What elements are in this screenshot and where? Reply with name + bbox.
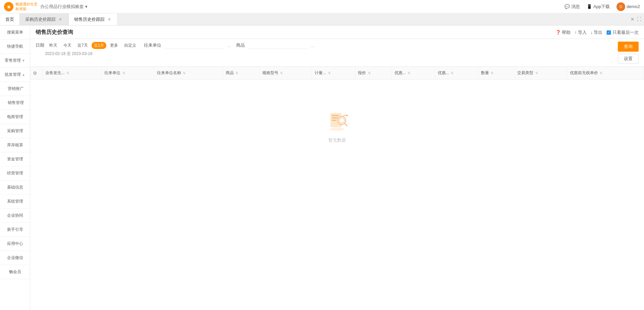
- product-filter-group: 商品 ...: [236, 42, 314, 49]
- col-date: 业务发生... ⇅: [42, 67, 102, 80]
- col-settings: ⚙: [30, 67, 42, 80]
- col-trade-type: 交易类型 ⇅: [515, 67, 567, 80]
- sort-icon-discount1[interactable]: ⇅: [408, 71, 410, 75]
- sidebar-item-basic-info[interactable]: 基础信息: [0, 180, 30, 195]
- dropdown-icon: ▾: [85, 4, 88, 9]
- product-ellipsis[interactable]: ...: [311, 43, 314, 48]
- partner-filter-group: 往来单位 ...: [144, 42, 231, 49]
- export-btn[interactable]: ↓ 导出: [591, 30, 603, 36]
- sort-icon-partner-code[interactable]: ⇅: [122, 71, 125, 75]
- search-button[interactable]: 查询: [618, 42, 639, 52]
- sort-icon-discount2[interactable]: ⇅: [451, 71, 453, 75]
- empty-illustration: [324, 106, 351, 133]
- logo-icon: 畅: [4, 2, 13, 11]
- date-btn-today[interactable]: 今天: [61, 42, 74, 49]
- col-quantity: 数量 ⇅: [478, 67, 515, 80]
- sidebar-label: 零售管理: [5, 58, 21, 63]
- date-btn-yesterday[interactable]: 昨天: [47, 42, 60, 49]
- date-btn-1month[interactable]: 近1月: [92, 42, 107, 49]
- app-title-area[interactable]: 办公用品行业模拟账套 ▾: [40, 4, 88, 10]
- sort-icon-quote[interactable]: ⇅: [368, 71, 371, 75]
- sidebar-label: 系统管理: [7, 199, 23, 204]
- sidebar-item-ecommerce[interactable]: 电商管理: [0, 110, 30, 124]
- sidebar-item-system[interactable]: 系统管理: [0, 195, 30, 209]
- col-partner-code: 往来单位 ⇅: [102, 67, 154, 80]
- col-unit: 计量... ⇅: [312, 67, 355, 80]
- import-btn[interactable]: ↑ 导入: [575, 30, 587, 36]
- partner-ellipsis[interactable]: ...: [227, 43, 231, 48]
- import-icon: ↑: [575, 30, 577, 35]
- sidebar-item-retail[interactable]: 零售管理 ▼: [0, 54, 30, 68]
- sidebar-label: 采购管理: [7, 128, 23, 134]
- sidebar-item-app-center[interactable]: 应用中心: [0, 237, 30, 251]
- download-icon: 📱: [587, 4, 592, 9]
- sort-icon-quantity[interactable]: ⇅: [491, 71, 493, 75]
- sidebar-label: 营销推广: [8, 86, 24, 92]
- message-btn[interactable]: 💬 消息: [565, 4, 580, 10]
- sidebar-item-search-menu[interactable]: 搜索菜单: [0, 25, 30, 40]
- product-label: 商品: [236, 42, 245, 48]
- main-layout: 搜索菜单 快捷导航 零售管理 ▼ 批发管理 ▲ 营销推广 销售管理 电商管理 采…: [0, 25, 644, 310]
- filter-buttons: 查询 设置: [618, 42, 639, 64]
- date-btn-7days[interactable]: 近7天: [75, 42, 90, 49]
- only-last-checkbox[interactable]: ✓: [606, 30, 611, 35]
- tab-bar: 首页 采购历史价跟踪 ✕ 销售历史价跟踪 ✕ ✕ ⛶: [0, 13, 644, 25]
- help-icon: ❓: [555, 30, 561, 35]
- tab-home[interactable]: 首页: [0, 13, 20, 25]
- sidebar-label: 畅会员: [9, 269, 21, 275]
- sidebar-item-quick-nav[interactable]: 快捷导航: [0, 40, 30, 54]
- sidebar-item-sales-mgmt[interactable]: 销售管理: [0, 96, 30, 110]
- col-quote: 报价 ⇅: [355, 67, 392, 80]
- table-header: ⚙ 业务发生... ⇅ 往来单位 ⇅ 往来单位名称 ⇅: [30, 67, 644, 80]
- app-download-btn[interactable]: 📱 App下载: [587, 4, 610, 10]
- sidebar-label: 快捷导航: [7, 44, 23, 49]
- sidebar-item-member[interactable]: 畅会员: [0, 265, 30, 279]
- sidebar-label: 资金管理: [7, 156, 23, 162]
- tab-sales[interactable]: 销售历史价跟踪 ✕: [69, 13, 118, 25]
- message-icon: 💬: [565, 4, 570, 9]
- sidebar-label: 搜索菜单: [7, 30, 23, 35]
- help-btn[interactable]: ❓ 帮助: [555, 30, 571, 36]
- user-area[interactable]: D demo2: [616, 2, 640, 11]
- settings-button[interactable]: 设置: [618, 54, 639, 64]
- sort-icon-spec[interactable]: ⇅: [280, 71, 283, 75]
- sort-icon-date[interactable]: ⇅: [66, 71, 69, 75]
- sidebar-item-enterprise[interactable]: 企业协同: [0, 209, 30, 223]
- sidebar-item-purchase[interactable]: 采购管理: [0, 124, 30, 138]
- expand-icon[interactable]: ⛶: [637, 17, 641, 22]
- sidebar-item-inventory[interactable]: 库存核算: [0, 138, 30, 152]
- sort-icon-product[interactable]: ⇅: [235, 71, 238, 75]
- sidebar-item-operations[interactable]: 经营管理: [0, 166, 30, 180]
- product-input[interactable]: [248, 42, 308, 49]
- date-btn-custom[interactable]: 自定义: [122, 42, 139, 49]
- data-table: ⚙ 业务发生... ⇅ 往来单位 ⇅ 往来单位名称 ⇅: [30, 67, 644, 80]
- svg-point-10: [346, 115, 348, 116]
- partner-label: 往来单位: [144, 42, 161, 48]
- filter-left: 日期 昨天 今天 近7天 近1月 更多 自定义: [36, 42, 314, 57]
- sort-icon-trade-type[interactable]: ⇅: [535, 71, 538, 75]
- partner-input[interactable]: [164, 42, 224, 49]
- tab-purchase[interactable]: 采购历史价跟踪 ✕: [20, 13, 69, 25]
- tab-sales-close[interactable]: ✕: [107, 17, 112, 22]
- sort-icon-pretax-price[interactable]: ⇅: [600, 71, 602, 75]
- sidebar-item-wholesale[interactable]: 批发管理 ▲: [0, 68, 30, 82]
- only-last-checkbox-label[interactable]: ✓ 只看最后一次: [606, 30, 639, 36]
- col-spec: 规格型号 ⇅: [259, 67, 312, 80]
- sidebar-item-wechat[interactable]: 企业微信: [0, 251, 30, 265]
- page-header-row: 销售历史价查询 ❓ 帮助 ↑ 导入 ↓ 导出: [36, 29, 639, 36]
- close-all-icon[interactable]: ✕: [631, 17, 634, 22]
- sort-icon-partner-name[interactable]: ⇅: [183, 71, 185, 75]
- date-btn-more[interactable]: 更多: [108, 42, 120, 49]
- check-icon: ✓: [607, 31, 610, 34]
- sidebar-label: 应用中心: [7, 241, 23, 247]
- tab-purchase-close[interactable]: ✕: [58, 17, 63, 22]
- sidebar-item-finance[interactable]: 资金管理: [0, 152, 30, 166]
- content-area: 销售历史价查询 ❓ 帮助 ↑ 导入 ↓ 导出: [30, 25, 644, 310]
- filter-row1: 日期 昨天 今天 近7天 近1月 更多 自定义: [36, 42, 314, 49]
- column-settings-icon[interactable]: ⚙: [33, 70, 37, 76]
- date-label: 日期: [36, 42, 44, 48]
- sidebar-item-marketing[interactable]: 营销推广: [0, 82, 30, 96]
- sort-icon-unit[interactable]: ⇅: [328, 71, 331, 75]
- page-header: 销售历史价查询 ❓ 帮助 ↑ 导入 ↓ 导出: [30, 25, 644, 39]
- sidebar-item-guide[interactable]: 新手引导: [0, 223, 30, 237]
